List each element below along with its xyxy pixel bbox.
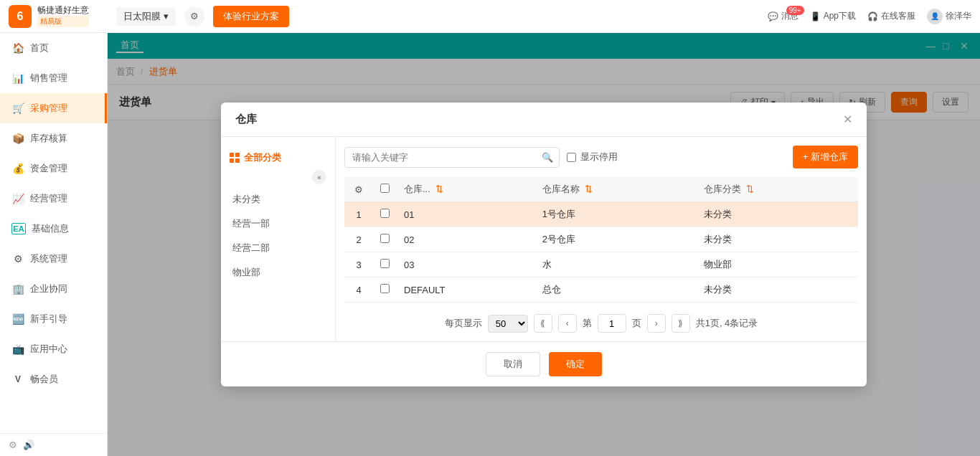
confirm-button[interactable]: 确定	[549, 352, 602, 376]
select-all-checkbox[interactable]	[380, 184, 390, 193]
settings-button[interactable]: ⚙	[184, 6, 204, 27]
logo-name: 畅捷通好生意	[37, 5, 89, 16]
sidebar-item-basic[interactable]: EA 基础信息	[0, 214, 107, 244]
inventory-icon: 📦	[11, 132, 24, 145]
avatar: 👤	[927, 9, 943, 24]
sidebar-item-system[interactable]: ⚙ 系统管理	[0, 244, 107, 274]
app-icon: 📱	[810, 11, 821, 22]
dialog-body: 全部分类 « 未分类 经营一部 经营二部 物业部	[221, 137, 867, 341]
headset-icon: 🎧	[867, 11, 878, 22]
sales-icon: 📊	[11, 72, 24, 85]
operation-icon: 📈	[11, 192, 24, 205]
dialog-footer: 取消 确定	[221, 341, 867, 386]
table-toolbar: 🔍 显示停用 + 新增仓库	[344, 146, 858, 168]
sidebar-item-finance[interactable]: 💰 资金管理	[0, 153, 107, 184]
sidebar-item-operation[interactable]: 📈 经营管理	[0, 184, 107, 214]
per-page-select[interactable]: 50 100	[488, 315, 528, 333]
sidebar-label-appcenter: 应用中心	[30, 343, 67, 356]
dialog-title: 仓库	[235, 113, 257, 126]
search-input-wrap: 🔍	[344, 147, 560, 168]
page-number-input[interactable]	[598, 314, 626, 333]
row-code-3: 03	[397, 252, 535, 277]
sidebar-item-enterprise[interactable]: 🏢 企业协同	[0, 274, 107, 304]
logo-edition: 精易版	[37, 16, 89, 27]
sort-name-icon: ⇅	[585, 184, 593, 194]
store-name: 日太阳膜	[123, 10, 161, 23]
row-cb-1	[373, 202, 397, 227]
page-prev-button[interactable]: ‹	[558, 314, 577, 333]
row-num-3: 3	[344, 252, 373, 277]
sidebar-item-purchase[interactable]: 🛒 采购管理	[0, 93, 107, 123]
online-service-item[interactable]: 🎧 在线客服	[867, 10, 915, 22]
row-cat-3: 物业部	[697, 252, 858, 277]
table-head: ⚙ 仓库... ⇅	[344, 177, 858, 202]
row-cb-2	[373, 227, 397, 252]
page-last-button[interactable]: ⟫	[672, 314, 690, 333]
category-item-property[interactable]: 物业部	[221, 260, 335, 285]
table-row[interactable]: 4 DEFAULT 总仓 未分类	[344, 277, 858, 303]
table-row[interactable]: 1 01 1号仓库 未分类	[344, 202, 858, 227]
pagination: 每页显示 50 100 ⟪ ‹ 第 页 › ⟫ 共	[344, 314, 858, 333]
table-row[interactable]: 2 02 2号仓库 未分类	[344, 227, 858, 252]
category-item-unclassified[interactable]: 未分类	[221, 187, 335, 212]
table-container: ⚙ 仓库... ⇅	[344, 177, 858, 303]
app-body: 🏠 首页 📊 销售管理 🛒 采购管理 📦 库存核算 💰 资金管理 📈 经营管理 …	[0, 33, 980, 456]
logo-area: 6 畅捷通好生意 精易版	[9, 5, 116, 28]
sidebar-label-operation: 经营管理	[30, 192, 67, 205]
message-item[interactable]: 💬 消息 99+	[768, 10, 798, 22]
sidebar: 🏠 首页 📊 销售管理 🛒 采购管理 📦 库存核算 💰 资金管理 📈 经营管理 …	[0, 33, 108, 456]
volume-icon[interactable]: 🔊	[23, 440, 34, 450]
show-disabled-checkbox[interactable]	[567, 153, 576, 162]
sidebar-label-finance: 资金管理	[30, 162, 67, 175]
table-header-row: ⚙ 仓库... ⇅	[344, 177, 858, 202]
chevron-down-icon: ▾	[164, 11, 169, 22]
collapse-button[interactable]: «	[312, 170, 326, 184]
sidebar-label-home: 首页	[30, 42, 49, 54]
category-all-label: 全部分类	[244, 151, 281, 164]
finance-icon: 💰	[11, 162, 24, 175]
table-row[interactable]: 3 03 水 物业部	[344, 252, 858, 277]
message-badge: 99+	[786, 6, 804, 15]
dialog-close-button[interactable]: ✕	[843, 113, 852, 126]
search-input[interactable]	[345, 148, 536, 167]
guide-icon: 🆕	[11, 313, 24, 326]
home-icon: 🏠	[11, 42, 24, 54]
dialog-header: 仓库 ✕	[221, 103, 867, 137]
th-code: 仓库... ⇅	[397, 177, 535, 202]
category-item-dept1[interactable]: 经营一部	[221, 212, 335, 236]
page-next-button[interactable]: ›	[647, 314, 666, 333]
app-download-item[interactable]: 📱 App下载	[810, 10, 856, 22]
row-cb-3	[373, 252, 397, 277]
show-disabled-text: 显示停用	[580, 151, 618, 163]
sidebar-label-enterprise: 企业协同	[30, 282, 67, 295]
sidebar-item-sales[interactable]: 📊 销售管理	[0, 63, 107, 93]
search-icon[interactable]: 🔍	[536, 152, 559, 163]
sidebar-label-guide: 新手引导	[30, 313, 67, 326]
sidebar-item-home[interactable]: 🏠 首页	[0, 33, 107, 63]
sort-code-icon: ⇅	[435, 184, 443, 194]
settings-bottom-icon[interactable]: ⚙	[9, 440, 17, 450]
th-checkbox	[373, 177, 397, 202]
total-info: 共1页, 4条记录	[696, 317, 758, 330]
category-all-item[interactable]: 全部分类	[221, 146, 335, 170]
table-body: 1 01 1号仓库 未分类 2 02	[344, 202, 858, 303]
message-icon: 💬	[768, 11, 778, 22]
sidebar-item-appcenter[interactable]: 📺 应用中心	[0, 334, 107, 364]
store-selector[interactable]: 日太阳膜 ▾	[116, 7, 176, 26]
show-disabled-label[interactable]: 显示停用	[567, 151, 618, 163]
sidebar-item-member[interactable]: V 畅会员	[0, 364, 107, 394]
cancel-button[interactable]: 取消	[486, 352, 540, 376]
sidebar-label-sales: 销售管理	[30, 72, 67, 85]
sidebar-label-basic: 基础信息	[32, 222, 69, 235]
row-num-1: 1	[344, 202, 373, 227]
page-first-button[interactable]: ⟪	[534, 314, 552, 333]
sidebar-item-guide[interactable]: 🆕 新手引导	[0, 304, 107, 334]
warehouse-table: ⚙ 仓库... ⇅	[344, 177, 858, 303]
add-warehouse-button[interactable]: + 新增仓库	[793, 146, 858, 168]
sidebar-item-inventory[interactable]: 📦 库存核算	[0, 123, 107, 153]
warehouse-dialog: 仓库 ✕ 全部分类 «	[221, 103, 867, 386]
trial-button[interactable]: 体验行业方案	[213, 6, 289, 27]
modal-overlay: 仓库 ✕ 全部分类 «	[108, 33, 980, 456]
category-item-dept2[interactable]: 经营二部	[221, 236, 335, 260]
user-item[interactable]: 👤 徐泽华	[927, 9, 971, 24]
